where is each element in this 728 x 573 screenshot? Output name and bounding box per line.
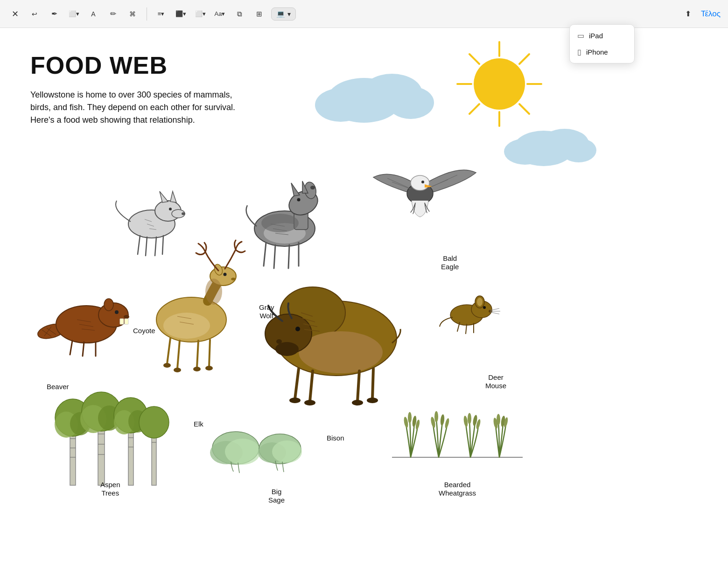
svg-point-90 [275, 301, 397, 376]
svg-point-166 [503, 417, 508, 428]
svg-point-40 [261, 214, 299, 232]
lasso-button[interactable]: ⌘ [125, 7, 140, 21]
svg-point-73 [156, 297, 226, 342]
svg-point-145 [210, 441, 243, 464]
svg-point-160 [468, 413, 471, 424]
svg-line-47 [275, 233, 288, 235]
svg-line-80 [167, 338, 170, 364]
duplicate-button[interactable]: ⧉ [232, 7, 247, 21]
svg-point-84 [163, 363, 171, 368]
svg-line-5 [519, 104, 529, 114]
deer-mouse-illustration [440, 296, 500, 334]
shape-button[interactable]: ⬜▾ [66, 7, 81, 21]
svg-point-110 [471, 301, 492, 318]
svg-line-54 [429, 180, 448, 188]
svg-point-158 [444, 418, 450, 428]
pen-button[interactable]: ✒ [47, 7, 62, 21]
svg-marker-37 [302, 181, 308, 193]
svg-line-100 [372, 369, 373, 399]
text-button[interactable]: A [86, 7, 101, 21]
svg-point-153 [412, 416, 417, 427]
svg-line-42 [274, 245, 275, 268]
svg-line-28 [145, 219, 152, 222]
svg-point-79 [163, 313, 210, 339]
svg-point-156 [434, 411, 438, 422]
svg-point-95 [295, 327, 300, 331]
svg-line-88 [177, 316, 191, 319]
aspen-trees-illustration [55, 392, 169, 485]
svg-point-19 [172, 210, 185, 218]
svg-line-106 [302, 318, 315, 322]
coyote-illustration [116, 191, 185, 256]
svg-point-8 [474, 58, 525, 110]
shape-group: ⬜▾ [66, 7, 81, 21]
svg-marker-50 [425, 184, 433, 188]
svg-point-101 [289, 398, 301, 403]
device-selector-button[interactable]: 💻 ▾ [271, 7, 296, 21]
svg-point-163 [493, 417, 498, 429]
svg-line-89 [180, 322, 194, 324]
svg-line-72 [82, 329, 95, 330]
svg-line-25 [146, 237, 147, 256]
svg-line-70 [77, 320, 91, 322]
svg-point-56 [36, 321, 66, 342]
svg-point-144 [212, 432, 259, 464]
deer-mouse-label: DeerMouse [485, 373, 506, 390]
fill-button[interactable]: ⬛▾ [173, 7, 188, 21]
separator-1 [147, 7, 147, 21]
svg-rect-135 [128, 428, 133, 485]
bearded-wheatgrass-label: BeardedWheatgrass [439, 481, 476, 497]
svg-point-85 [174, 368, 181, 372]
svg-line-29 [147, 224, 154, 226]
svg-point-60 [56, 306, 117, 343]
beaver-label: Beaver [47, 383, 69, 391]
svg-point-161 [472, 414, 478, 426]
canvas[interactable]: FOOD WEB Yellowstone is home to over 300… [0, 28, 728, 573]
svg-point-22 [169, 208, 172, 210]
svg-line-45 [271, 224, 285, 226]
svg-point-92 [299, 331, 383, 373]
svg-point-86 [193, 367, 201, 371]
share-button[interactable]: ⬆ [680, 7, 695, 21]
close-button[interactable]: ✕ [7, 7, 22, 21]
stroke-color-button[interactable]: ⬜▾ [193, 7, 208, 21]
undo-button[interactable]: ↩ [27, 7, 42, 21]
bald-eagle-illustration [373, 170, 476, 217]
svg-point-154 [415, 419, 420, 430]
svg-point-162 [476, 419, 481, 429]
svg-line-97 [295, 369, 299, 399]
svg-rect-121 [70, 429, 76, 485]
svg-point-132 [82, 392, 121, 431]
iphone-option[interactable]: ▯ iPhone [570, 44, 634, 60]
big-sage-label: BigSage [268, 488, 285, 504]
svg-point-113 [483, 306, 486, 309]
svg-point-11 [315, 88, 366, 122]
svg-point-18 [155, 201, 181, 221]
document-body: Yellowstone is home to over 300 species … [30, 89, 235, 126]
toolbar: ✕ ↩ ✒ ⬜▾ A ✏ ⌘ ≡▾ ⬛▾ ⬜▾ Aa▾ ⧉ ⊞ 💻 ▾ ⬆ Τέ… [0, 0, 728, 28]
svg-line-99 [357, 371, 359, 401]
font-button[interactable]: Aa▾ [212, 7, 227, 21]
svg-point-94 [275, 342, 299, 356]
svg-point-38 [297, 198, 301, 202]
svg-point-77 [231, 278, 236, 280]
svg-rect-66 [125, 319, 128, 324]
align-button[interactable]: ≡▾ [154, 7, 168, 21]
done-button[interactable]: Τέλος [701, 9, 721, 19]
ipad-option[interactable]: ▭ iPad [570, 28, 634, 44]
svg-line-52 [392, 182, 411, 189]
svg-line-58 [42, 330, 51, 336]
cloud-1 [315, 74, 434, 123]
draw-button[interactable]: ✏ [105, 7, 120, 21]
svg-point-74 [210, 267, 236, 286]
svg-point-104 [367, 398, 378, 403]
bald-eagle-label: BaldEagle [441, 254, 459, 271]
svg-point-133 [80, 405, 106, 433]
svg-line-43 [288, 245, 289, 268]
bearded-wheatgrass-illustration [392, 411, 523, 457]
crop-button[interactable]: ⊞ [252, 7, 266, 21]
svg-marker-20 [160, 191, 168, 203]
svg-point-111 [475, 296, 484, 308]
svg-point-49 [411, 175, 429, 190]
svg-point-155 [430, 416, 436, 428]
